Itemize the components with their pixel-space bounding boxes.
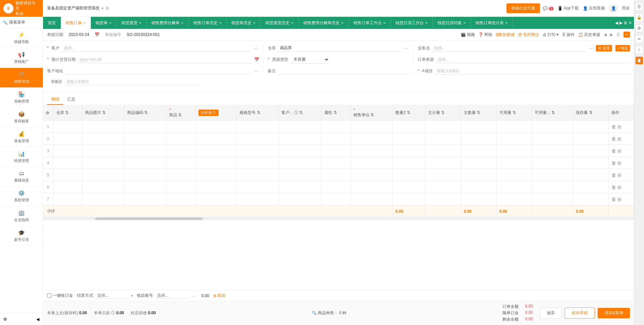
calendar-icon[interactable]: 📅 xyxy=(94,32,100,37)
tab-close-sales-fee-split[interactable]: ✕ xyxy=(181,21,184,25)
tab-sales-fee-split-history[interactable]: 销售费用分摊单历史 ✕ xyxy=(299,17,349,29)
address-ellipsis-btn[interactable]: ··· xyxy=(253,68,259,74)
project-b-input[interactable] xyxy=(64,78,199,85)
next-record-icon[interactable]: ▶ xyxy=(610,32,613,37)
tab-sales-stat[interactable]: 销售订单统计表 ✕ xyxy=(471,17,513,29)
history-action[interactable]: 📋 历史单据 xyxy=(578,32,600,38)
row-copy-btn[interactable]: ⊞ xyxy=(617,124,621,129)
tab-prev-icon[interactable]: ◀ xyxy=(615,21,618,25)
help-action[interactable]: ❓ 帮助 xyxy=(478,32,492,38)
warehouse-ellipsis-btn[interactable]: ··· xyxy=(403,45,409,51)
rp-btn-3[interactable]: ⚙ xyxy=(635,24,643,32)
row-delete-btn[interactable]: 🗑 xyxy=(611,148,616,154)
col-settings[interactable]: ⚙ xyxy=(43,105,53,121)
row-delete-btn[interactable]: 🗑 xyxy=(611,185,616,190)
preview-action[interactable]: 🎬 视频 xyxy=(461,32,475,38)
operations-action[interactable]: ☰ 操作 xyxy=(562,32,575,38)
print-action[interactable]: 🖨 打印 ▾ xyxy=(542,32,559,38)
message-icon[interactable]: 💬 9 xyxy=(543,6,554,11)
note-input[interactable] xyxy=(278,68,409,75)
tab-maximize-icon[interactable]: ⊞ xyxy=(624,21,627,25)
sidebar-item-inventory[interactable]: 📦 库存核算 xyxy=(0,108,43,127)
sidebar-item-marketing[interactable]: 📢 营销推广 xyxy=(0,48,43,68)
industry-solution-button[interactable]: 体验行业方案 xyxy=(506,3,540,13)
warehouse-input[interactable] xyxy=(278,45,401,52)
row-copy-btn[interactable]: ⊞ xyxy=(617,172,621,178)
row-delete-btn[interactable]: 🗑 xyxy=(611,172,616,178)
rp-btn-2[interactable]: 🔒 xyxy=(635,13,643,22)
app-download-link[interactable]: 📱 App下载 xyxy=(558,5,579,11)
tab-cash-workbench[interactable]: 钱货日清工作台 ✕ xyxy=(391,17,433,29)
tab-sales-return-history[interactable]: 销货退货历史 ✕ xyxy=(261,17,299,29)
tab-close-sales-order[interactable]: ✕ xyxy=(83,21,86,25)
delivery-calendar-icon[interactable]: 📅 xyxy=(254,57,259,62)
tab-close-sales-stat[interactable]: ✕ xyxy=(505,21,508,25)
tab-sales-return[interactable]: 销货退货 ✕ xyxy=(117,17,147,29)
sidebar-item-purchase[interactable]: 🏪 采购管理 xyxy=(0,88,43,108)
rp-btn-1[interactable]: ☰ xyxy=(635,3,643,11)
row-delete-btn[interactable]: 🗑 xyxy=(611,124,616,129)
row-copy-btn[interactable]: ⊞ xyxy=(617,160,621,166)
row-copy-btn[interactable]: ⊞ xyxy=(617,197,621,202)
tab-summary[interactable]: 汇总 xyxy=(63,94,79,105)
sidebar-collapse-icon[interactable]: ◀ xyxy=(36,317,39,322)
save-draft-button[interactable]: 保存草稿 xyxy=(565,308,595,319)
payment-dropdown-icon[interactable]: ▾ xyxy=(131,293,133,298)
tab-sales-bill[interactable]: 销货单 ✕ xyxy=(91,17,117,29)
staff-input[interactable] xyxy=(432,45,585,52)
delivery-input[interactable] xyxy=(78,56,252,63)
one-click-settle-checkbox[interactable] xyxy=(47,293,51,298)
sidebar-item-quick-nav[interactable]: ⚡ 快捷导航 xyxy=(0,28,43,48)
tab-close-all-icon[interactable]: ✕ xyxy=(629,21,632,25)
row-copy-btn[interactable]: ⊞ xyxy=(617,148,621,154)
address-input[interactable] xyxy=(65,68,251,75)
staff-ellipsis-btn[interactable]: ··· xyxy=(588,45,594,51)
row-copy-btn[interactable]: ⊞ xyxy=(617,136,621,141)
tab-close-sales-bill[interactable]: ✕ xyxy=(109,21,112,25)
search-menu-item[interactable]: 🔍 搜索菜单 xyxy=(0,17,43,28)
add-button[interactable]: ⊕ 添加 xyxy=(213,293,225,298)
sidebar-settings-icon[interactable]: ⚙ xyxy=(3,317,7,322)
order-source-input[interactable] xyxy=(436,56,630,63)
new-record-icon[interactable]: + xyxy=(623,32,630,38)
tab-sales-fee-split[interactable]: 销售费用分摊单 ✕ xyxy=(147,17,189,29)
sidebar-item-corp[interactable]: 🏢 企业协同 xyxy=(0,206,43,226)
tab-close-cash-workbench[interactable]: ✕ xyxy=(425,21,428,25)
project-a-input[interactable] xyxy=(435,68,630,75)
sidebar-item-base[interactable]: 🗂 基础信息 xyxy=(0,167,43,187)
profit-action[interactable]: @ 毛利预估 xyxy=(518,32,539,38)
tab-close-sales-workbench[interactable]: ✕ xyxy=(383,21,386,25)
add-item-btn[interactable]: + 物流 xyxy=(615,45,630,51)
tab-detail[interactable]: 明细 xyxy=(47,94,63,105)
rp-btn-5[interactable]: ☆ xyxy=(635,46,643,54)
tab-close-sales-return-history[interactable]: ✕ xyxy=(291,21,294,25)
customer-ellipsis-btn[interactable]: ··· xyxy=(253,45,259,51)
tab-sales-order-history[interactable]: 销售订单历史 ✕ xyxy=(189,17,227,29)
sidebar-item-system[interactable]: ⚙️ 系统管理 xyxy=(0,187,43,206)
customer-input[interactable] xyxy=(62,45,251,52)
settings-icon[interactable]: ⚙ xyxy=(106,6,109,11)
table-scrollbar[interactable] xyxy=(43,217,634,220)
tab-close-sales-order-history[interactable]: ✕ xyxy=(219,21,222,25)
tab-close-cash-reconcile[interactable]: ✕ xyxy=(463,21,466,25)
one-click-settle-label[interactable]: 一键收订金 xyxy=(47,293,73,298)
tab-home[interactable]: 首页 xyxy=(43,17,61,29)
tab-close-fee-split-history[interactable]: ✕ xyxy=(341,21,344,25)
scrollbar-thumb[interactable] xyxy=(95,217,203,220)
account-input[interactable] xyxy=(155,292,189,299)
tab-sales-bill-history[interactable]: 销货单历史 ✕ xyxy=(227,17,261,29)
row-delete-btn[interactable]: 🗑 xyxy=(611,160,616,166)
row-delete-btn[interactable]: 🗑 xyxy=(611,197,616,202)
sidebar-item-ops[interactable]: 📊 经营管理 xyxy=(0,147,43,167)
invoice-select[interactable]: 不开票 增值税专用发票 普通发票 xyxy=(290,56,329,64)
scan-button[interactable]: 扫码录入 xyxy=(198,110,219,116)
save-new-button[interactable]: 保存&新增 xyxy=(598,308,630,318)
row-copy-btn[interactable]: ⊞ xyxy=(617,185,621,190)
tab-sales-workbench[interactable]: 销售订单工作台 ✕ xyxy=(349,17,391,29)
discard-button[interactable]: 放弃 xyxy=(540,308,562,319)
row-delete-btn[interactable]: 🗑 xyxy=(611,136,616,141)
list-view-icon[interactable]: ☰ xyxy=(616,32,620,37)
sidebar-item-sales[interactable]: 🛒 销售管理 xyxy=(0,68,43,88)
shortcut-action[interactable]: ⌨ 快捷键 xyxy=(496,32,515,38)
account-ellipsis-btn[interactable]: ··· xyxy=(191,293,197,298)
